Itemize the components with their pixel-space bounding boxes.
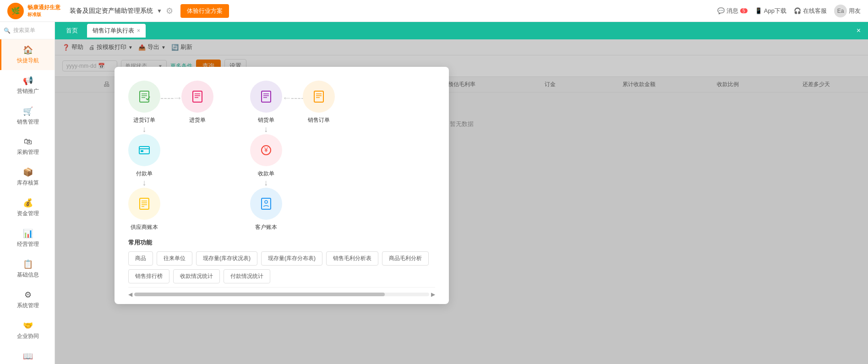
search-icon: 🔍 <box>4 27 11 34</box>
sidebar-item-purchase[interactable]: 🛍 采购管理 <box>0 131 55 162</box>
purchase-icon: 🛍 <box>24 137 32 147</box>
sidebar-item-finance[interactable]: 💰 资金管理 <box>0 192 55 223</box>
sidebar-item-quick-nav[interactable]: 🏠 快捷导航 <box>0 39 55 70</box>
svg-rect-24 <box>314 91 323 102</box>
marketing-label: 营销推广 <box>17 87 39 95</box>
sidebar-item-enterprise[interactable]: 🤝 企业协同 <box>0 315 55 346</box>
page-content: ❓ 帮助 🖨 按模板打印 ▼ 📤 导出 ▼ 🔄 刷新 yyyy-mm-dd <box>55 39 868 364</box>
dashed-arrow-2: ←- - - - <box>282 92 303 104</box>
system-dropdown-btn[interactable]: ▼ <box>157 8 162 14</box>
scroll-track[interactable] <box>134 293 429 296</box>
user-area[interactable]: Ea 用友 <box>834 5 861 17</box>
basic-info-label: 基础信息 <box>17 271 39 279</box>
tab-bar-close-btn[interactable]: × <box>853 27 864 35</box>
message-badge: 5 <box>740 8 748 13</box>
purchase-order-node[interactable]: 进货订单 <box>128 81 160 124</box>
right-column: 销售订单 <box>303 81 335 124</box>
svg-rect-6 <box>141 150 143 152</box>
customer-ledger-node[interactable]: 客户账本 <box>250 188 282 231</box>
tab-home[interactable]: 首页 <box>59 22 85 39</box>
quick-nav-label: 快捷导航 <box>17 57 39 65</box>
main-content: 首页 销售订单执行表 × × ❓ 帮助 🖨 按模板打印 ▼ 📤 导出 ▼ <box>55 22 868 364</box>
enterprise-label: 企业协同 <box>17 332 39 340</box>
basic-info-icon: 📋 <box>23 259 33 269</box>
top-bar: 🌿 畅康通好生意 标准版 装备及固定资产辅助管理系统 ▼ ⚙ 体验行业方案 💬 … <box>0 0 868 22</box>
scroll-right-btn[interactable]: ▶ <box>431 291 435 298</box>
guide-icon: 📖 <box>23 351 33 361</box>
top-right-area: 💬 消息 5 📱 App下载 🎧 在线客服 Ea 用友 <box>717 5 861 17</box>
svg-rect-4 <box>139 147 149 154</box>
func-btn-stock-dist[interactable]: 现存量(库存分布表) <box>261 251 322 266</box>
func-btn-partners[interactable]: 往来单位 <box>157 251 192 266</box>
avatar: Ea <box>834 5 847 17</box>
message-icon: 💬 <box>717 7 725 14</box>
payment-label: 付款单 <box>136 170 153 178</box>
arrow-down-4: ↓ <box>264 179 268 187</box>
func-btn-sales-margin[interactable]: 销售毛利分析表 <box>326 251 378 266</box>
purchase-order-circle <box>128 81 160 113</box>
sidebar-search[interactable]: 🔍 搜索菜单 <box>0 22 55 39</box>
payment-node[interactable]: 付款单 <box>128 134 160 178</box>
quick-nav-icon: 🏠 <box>23 45 33 55</box>
middle-right-column: 销货单 ↓ ¥ 收款单 ↓ <box>250 81 282 231</box>
logo-text: 畅康通好生意 <box>27 4 60 11</box>
system-icon: ⚙ <box>24 290 32 300</box>
sales-label: 销售管理 <box>17 118 39 126</box>
receipt-node[interactable]: ¥ 收款单 <box>250 134 282 178</box>
operations-icon: 📊 <box>23 228 33 239</box>
sidebar-item-sales[interactable]: 🛒 销售管理 <box>0 101 55 131</box>
sales-order-node[interactable]: 销售订单 <box>303 81 335 124</box>
purchase-bill-label: 进货单 <box>189 116 206 124</box>
online-service-btn[interactable]: 🎧 在线客服 <box>794 7 827 15</box>
svg-point-23 <box>265 201 267 203</box>
func-btn-stock-status[interactable]: 现存量(库存状况表) <box>196 251 257 266</box>
service-icon: 🎧 <box>794 7 801 14</box>
receipt-circle: ¥ <box>250 134 282 166</box>
func-btn-goods[interactable]: 商品 <box>128 251 153 266</box>
scroll-left-btn[interactable]: ◀ <box>128 291 132 298</box>
sidebar-item-system[interactable]: ⚙ 系统管理 <box>0 284 55 315</box>
func-btn-goods-margin[interactable]: 商品毛利分析 <box>382 251 429 266</box>
avatar-text: Ea <box>837 8 844 14</box>
func-btn-sales-rank[interactable]: 销售排行榜 <box>128 269 169 283</box>
app-download-btn[interactable]: 📱 App下载 <box>755 7 786 15</box>
scroll-thumb <box>134 293 385 296</box>
sales-bill-node[interactable]: 销货单 <box>250 81 282 124</box>
inventory-label: 库存核算 <box>17 179 39 187</box>
arrow-down-3: ↓ <box>264 125 268 133</box>
sidebar-item-guide[interactable]: 📖 新手引导 <box>0 346 55 364</box>
experience-btn[interactable]: 体验行业方案 <box>180 4 229 18</box>
supplier-circle <box>128 188 160 220</box>
func-btn-receipt-stats[interactable]: 收款情况统计 <box>173 269 220 283</box>
dashed-arrow-1: - - - -→ <box>160 92 181 104</box>
online-service-label: 在线客服 <box>803 7 827 15</box>
inventory-icon: 📦 <box>23 167 33 177</box>
purchase-bill-node[interactable]: 进货单 <box>181 81 213 124</box>
svg-rect-22 <box>262 198 271 209</box>
system-title-text: 装备及固定资产辅助管理系统 <box>70 7 153 15</box>
sidebar-item-marketing[interactable]: 📢 营销推广 <box>0 70 55 101</box>
common-functions-title: 常用功能 <box>128 239 435 247</box>
tab-home-label: 首页 <box>66 27 78 35</box>
sidebar-item-inventory[interactable]: 📦 库存核算 <box>0 162 55 192</box>
tab-close-icon[interactable]: × <box>137 27 140 34</box>
svg-rect-16 <box>262 91 271 102</box>
tab-sales-order[interactable]: 销售订单执行表 × <box>87 24 146 38</box>
logo-icon: 🌿 <box>7 3 24 19</box>
svg-rect-7 <box>140 198 149 209</box>
sidebar-item-operations[interactable]: 📊 经营管理 <box>0 223 55 254</box>
func-btn-payment-stats[interactable]: 付款情况统计 <box>224 269 270 283</box>
search-label: 搜索菜单 <box>13 27 35 34</box>
logo-sub: 标准版 <box>27 11 60 18</box>
flow-area: 进货订单 ↓ 付款单 ↓ <box>128 81 435 231</box>
purchase-label: 采购管理 <box>17 148 39 156</box>
message-btn[interactable]: 💬 消息 5 <box>717 7 748 15</box>
app-download-label: App下载 <box>764 7 786 15</box>
left-column: 进货订单 ↓ 付款单 ↓ <box>128 81 160 231</box>
customer-ledger-label: 客户账本 <box>255 223 277 231</box>
svg-rect-12 <box>193 91 202 102</box>
settings-icon[interactable]: ⚙ <box>166 6 173 16</box>
sales-order-circle <box>303 81 335 113</box>
supplier-ledger-node[interactable]: 供应商账本 <box>128 188 160 231</box>
sidebar-item-basic-info[interactable]: 📋 基础信息 <box>0 254 55 284</box>
